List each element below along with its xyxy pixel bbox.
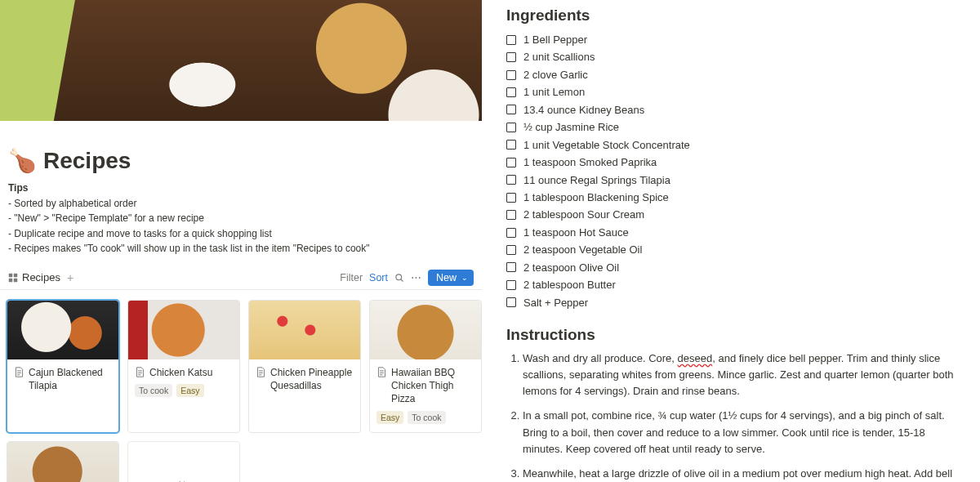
instruction-step: Wash and dry all produce. Core, deseed, … (523, 350, 964, 399)
spellcheck-flag: deseed (678, 352, 713, 364)
tag: Easy (176, 384, 203, 397)
ingredients-list: 1 Bell Pepper2 unit Scallions2 clove Gar… (506, 31, 964, 311)
tip-line: - Sorted by alphabetical order (8, 196, 474, 212)
ingredient-item[interactable]: 1 Bell Pepper (506, 31, 964, 48)
chevron-down-icon: ⌄ (461, 274, 468, 282)
page-icon (256, 367, 266, 377)
new-button[interactable]: New ⌄ (428, 270, 474, 286)
ingredient-item[interactable]: ½ cup Jasmine Rice (506, 118, 964, 136)
instructions-list: Wash and dry all produce. Core, deseed, … (506, 350, 964, 482)
page-title-row: 🍗 Recipes (0, 121, 482, 179)
sort-button[interactable]: Sort (369, 272, 388, 283)
checkbox[interactable] (506, 35, 516, 45)
card-thumbnail (370, 301, 481, 359)
ingredients-heading: Ingredients (506, 7, 964, 25)
ingredient-text: 1 Bell Pepper (523, 31, 587, 48)
filter-button[interactable]: Filter (340, 272, 363, 283)
ingredient-text: 2 unit Scallions (523, 48, 595, 65)
svg-rect-2 (9, 279, 13, 283)
new-button-label: New (436, 272, 457, 283)
ingredient-item[interactable]: 1 teaspoon Hot Sauce (506, 224, 964, 241)
checkbox[interactable] (506, 297, 516, 307)
ingredient-text: 2 tablespoon Butter (523, 276, 616, 293)
ingredient-text: 1 teaspoon Smoked Paprika (523, 154, 657, 171)
tag: To cook (135, 384, 172, 397)
checkbox[interactable] (506, 262, 516, 272)
ingredient-text: 1 teaspoon Hot Sauce (523, 224, 629, 241)
db-toolbar: Recipes + Filter Sort ⋯ New ⌄ (0, 266, 482, 290)
add-view-button[interactable]: + (67, 271, 74, 284)
ingredient-item[interactable]: 2 tablespoon Butter (506, 276, 964, 293)
ingredient-text: 2 tablespoon Sour Cream (523, 206, 644, 223)
checkbox[interactable] (506, 105, 516, 114)
checkbox[interactable] (506, 52, 516, 62)
ingredient-text: 2 clove Garlic (523, 66, 588, 83)
tip-line: - Duplicate recipe and move to tasks for… (8, 226, 474, 242)
ingredient-item[interactable]: 2 tablespoon Sour Cream (506, 206, 964, 223)
page-icon (376, 367, 387, 377)
tag: Easy (376, 411, 403, 424)
checkbox[interactable] (506, 87, 516, 97)
gallery: Cajun Blackened Tilapia Chicken Katsu To… (0, 290, 482, 482)
recipe-card[interactable]: Teriyaki Pork Luau Bowl (7, 441, 119, 482)
gallery-icon (8, 273, 18, 283)
new-card-button[interactable]: + New (127, 441, 240, 482)
card-thumbnail (128, 301, 239, 359)
page-title[interactable]: Recipes (43, 148, 131, 174)
checkbox[interactable] (506, 210, 516, 220)
ingredient-text: 1 unit Lemon (523, 83, 585, 100)
recipe-card[interactable]: Cajun Blackened Tilapia (7, 300, 119, 433)
ingredient-item[interactable]: 2 unit Scallions (506, 48, 964, 65)
recipe-card[interactable]: Chicken Pineapple Quesadillas (248, 300, 361, 433)
view-tab-label: Recipes (22, 271, 60, 283)
search-icon[interactable] (394, 273, 404, 283)
ingredient-item[interactable]: 1 unit Vegetable Stock Concentrate (506, 136, 964, 154)
recipe-card[interactable]: Hawaiian BBQ Chicken Thigh Pizza Easy To… (369, 300, 482, 433)
view-tab-recipes[interactable]: Recipes (8, 271, 60, 283)
tips-label: Tips (8, 181, 474, 196)
checkbox[interactable] (506, 245, 516, 255)
card-title: Chicken Katsu (149, 366, 212, 379)
checkbox[interactable] (506, 175, 516, 185)
ingredient-item[interactable]: 13.4 ounce Kidney Beans (506, 101, 964, 118)
checkbox[interactable] (506, 228, 516, 238)
page-icon (135, 367, 145, 377)
card-thumbnail (7, 442, 118, 482)
recipe-card[interactable]: Chicken Katsu To cook Easy (127, 300, 240, 433)
card-title: Chicken Pineapple Quesadillas (270, 366, 354, 392)
card-thumbnail (7, 301, 118, 359)
checkbox[interactable] (506, 193, 516, 203)
svg-rect-0 (9, 274, 13, 278)
page-icon[interactable]: 🍗 (8, 147, 37, 174)
ingredient-text: Salt + Pepper (523, 294, 588, 311)
tip-line: - "New" > "Recipe Template" for a new re… (8, 211, 474, 226)
page-icon (14, 367, 24, 377)
ingredient-text: 2 teaspoon Vegetable Oil (523, 241, 642, 258)
checkbox[interactable] (506, 280, 516, 290)
tips-block: Tips - Sorted by alphabetical order - "N… (0, 179, 482, 266)
checkbox[interactable] (506, 70, 516, 80)
ingredient-item[interactable]: 2 teaspoon Vegetable Oil (506, 241, 964, 258)
ingredient-item[interactable]: 1 teaspoon Smoked Paprika (506, 154, 964, 171)
tip-line: - Recipes makes "To cook" will show up i… (8, 241, 474, 257)
svg-rect-1 (14, 274, 18, 278)
ingredient-item[interactable]: 1 tablespoon Blackening Spice (506, 189, 964, 206)
checkbox[interactable] (506, 158, 516, 167)
ingredient-item[interactable]: Salt + Pepper (506, 294, 964, 311)
ingredient-item[interactable]: 2 clove Garlic (506, 66, 964, 83)
card-thumbnail (249, 301, 360, 359)
ingredient-text: 2 teaspoon Olive Oil (523, 259, 619, 276)
instruction-step: In a small pot, combine rice, ¾ cup wate… (523, 408, 964, 457)
checkbox[interactable] (506, 140, 516, 150)
ingredient-item[interactable]: 11 ounce Regal Springs Tilapia (506, 172, 964, 189)
ingredient-item[interactable]: 2 teaspoon Olive Oil (506, 259, 964, 276)
cover-image (0, 0, 482, 121)
card-title: Cajun Blackened Tilapia (29, 366, 112, 392)
ingredient-text: 11 ounce Regal Springs Tilapia (523, 172, 670, 189)
svg-rect-3 (14, 279, 18, 283)
ingredient-text: 13.4 ounce Kidney Beans (523, 101, 644, 118)
checkbox[interactable] (506, 123, 516, 132)
more-icon[interactable]: ⋯ (411, 271, 421, 283)
svg-point-4 (396, 274, 402, 280)
ingredient-item[interactable]: 1 unit Lemon (506, 83, 964, 100)
